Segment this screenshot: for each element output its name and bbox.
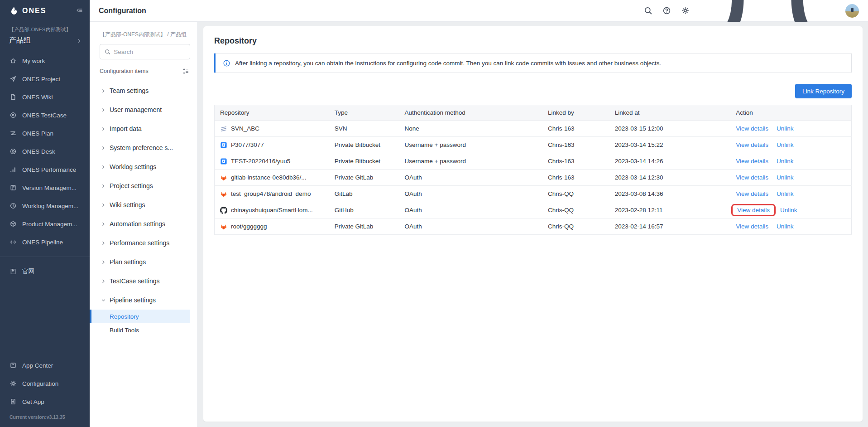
sidebar-item-worklog-managem[interactable]: Worklog Managem... <box>0 197 90 215</box>
search-input[interactable] <box>114 49 185 55</box>
primary-sidebar: ONES 【产品部-ONES内部测试】 产品组 My workONES Proj… <box>0 0 90 427</box>
home-icon <box>10 57 17 64</box>
logo-row: ONES <box>0 0 90 22</box>
tree-child-build-tools[interactable]: Build Tools <box>90 323 190 337</box>
sidebar-item-ones-testcase[interactable]: ONES TestCase <box>0 106 90 124</box>
unlink-link[interactable]: Unlink <box>777 174 794 181</box>
tree-item-team-settings[interactable]: Team settings <box>90 81 197 100</box>
chevron-right-icon <box>101 107 106 113</box>
linked-at-cell: 2023-02-28 12:11 <box>609 202 730 218</box>
unlink-link[interactable]: Unlink <box>777 223 794 230</box>
search-icon <box>105 49 110 55</box>
unlink-link[interactable]: Unlink <box>777 125 794 132</box>
book-icon <box>10 184 17 191</box>
help-icon[interactable] <box>662 6 671 15</box>
sidebar-item-version-managem[interactable]: Version Managem... <box>0 179 90 197</box>
divider <box>0 257 90 257</box>
column-header: Action <box>730 105 851 121</box>
nav-item-label: Get App <box>22 398 44 405</box>
auth-method-cell: OAuth <box>399 218 543 235</box>
repository-name: chinayushuiquan/SmartHom... <box>231 207 313 214</box>
tree-item-label: Import data <box>110 125 142 132</box>
doc-icon <box>10 93 17 101</box>
link-repository-button[interactable]: Link Repository <box>795 84 852 98</box>
tree-child-repository[interactable]: Repository <box>90 310 190 323</box>
sidebar-collapse-icon[interactable] <box>75 7 83 15</box>
column-header: Type <box>329 105 399 121</box>
view-details-link[interactable]: View details <box>736 158 768 165</box>
repository-table: RepositoryTypeAuthentication methodLinke… <box>214 105 852 235</box>
view-details-link[interactable]: View details <box>736 125 768 132</box>
unlink-link[interactable]: Unlink <box>777 141 794 148</box>
sidebar-item-my-work[interactable]: My work <box>0 52 90 70</box>
sidebar-footer-item-get-app[interactable]: Get App <box>0 393 90 411</box>
type-cell: GitHub <box>329 202 399 218</box>
app-box-icon <box>10 362 17 369</box>
type-cell: Private GitLab <box>329 218 399 235</box>
sidebar-item-ones-pipeline[interactable]: ONES Pipeline <box>0 233 90 251</box>
tree-item-label: Wiki settings <box>110 201 145 209</box>
search-icon[interactable] <box>644 6 652 15</box>
sidebar-item-ones-desk[interactable]: ONES Desk <box>0 142 90 160</box>
sidebar-item-[interactable]: 官网 <box>0 262 90 281</box>
tree-item-worklog-settings[interactable]: Worklog settings <box>90 157 197 176</box>
view-details-link[interactable]: View details <box>736 174 768 181</box>
team-label: 【产品部-ONES内部测试】 <box>9 26 82 33</box>
repository-card: Repository After linking a repository, y… <box>203 26 863 422</box>
tree-child-label: Repository <box>110 313 139 320</box>
chevron-right-icon <box>101 240 106 246</box>
red-annotation-box: View details <box>731 204 776 216</box>
linked-by-cell: Chris-QQ <box>542 218 609 235</box>
sidebar-item-product-managem[interactable]: Product Managem... <box>0 215 90 233</box>
view-details-link[interactable]: View details <box>736 141 768 148</box>
sidebar-footer-item-app-center[interactable]: App Center <box>0 356 90 374</box>
sidebar-item-ones-plan[interactable]: ONES Plan <box>0 124 90 142</box>
tree-item-label: Project settings <box>110 182 153 189</box>
view-details-link[interactable]: View details <box>736 190 768 197</box>
nav-item-label: ONES Pipeline <box>22 239 63 246</box>
sidebar-item-ones-performance[interactable]: ONES Performance <box>0 160 90 179</box>
sidebar-item-ones-project[interactable]: ONES Project <box>0 70 90 88</box>
download-icon <box>10 398 17 405</box>
auth-method-cell: Username + password <box>399 137 543 153</box>
tree-item-project-settings[interactable]: Project settings <box>90 176 197 195</box>
linked-at-cell: 2023-03-14 12:30 <box>609 170 730 186</box>
chevron-right-icon <box>101 202 106 208</box>
team-switcher[interactable]: 【产品部-ONES内部测试】 产品组 <box>0 22 90 52</box>
tree-item-plan-settings[interactable]: Plan settings <box>90 252 197 272</box>
configuration-panel: 【产品部-ONES内部测试】 / 产品组 Configuration items… <box>90 22 198 427</box>
action-cell: View detailsUnlink <box>730 137 851 153</box>
page-header-title: Configuration <box>99 7 146 15</box>
unlink-link[interactable]: Unlink <box>777 158 794 165</box>
type-cell: GitLab <box>329 186 399 202</box>
linked-by-cell: Chris-QQ <box>542 186 609 202</box>
ones-logo-icon <box>9 6 19 16</box>
tree-item-performance-settings[interactable]: Performance settings <box>90 233 197 252</box>
collapse-all-icon[interactable] <box>182 68 189 75</box>
tree-item-pipeline-settings[interactable]: Pipeline settings <box>90 291 197 310</box>
tree-item-user-management[interactable]: User management <box>90 100 197 119</box>
tree-item-wiki-settings[interactable]: Wiki settings <box>90 195 197 214</box>
repository-name: TEST-20220416/yuu5 <box>231 158 290 165</box>
ones-app: ONES 【产品部-ONES内部测试】 产品组 My workONES Proj… <box>0 0 868 427</box>
avatar[interactable] <box>845 4 859 18</box>
repository-name: P3077/3077 <box>231 141 264 148</box>
view-details-link[interactable]: View details <box>736 223 768 230</box>
unlink-link[interactable]: Unlink <box>777 190 794 197</box>
tree-item-automation-settings[interactable]: Automation settings <box>90 214 197 233</box>
search-box[interactable] <box>100 44 190 59</box>
nav-item-label: ONES Desk <box>22 148 55 155</box>
chevron-right-icon <box>101 221 106 227</box>
sidebar-footer-item-configuration[interactable]: Configuration <box>0 374 90 393</box>
topbar: Configuration 3 <box>90 0 868 22</box>
table-row: TEST-20220416/yuu5Private BitbucketUsern… <box>215 153 852 170</box>
tree-item-label: User management <box>110 106 162 113</box>
tree-item-import-data[interactable]: Import data <box>90 119 197 138</box>
unlink-link[interactable]: Unlink <box>780 207 797 214</box>
nav-item-label: App Center <box>22 362 53 369</box>
gear-icon[interactable] <box>681 6 690 15</box>
tree-item-testcase-settings[interactable]: TestCase settings <box>90 272 197 291</box>
sidebar-item-ones-wiki[interactable]: ONES Wiki <box>0 88 90 106</box>
view-details-link[interactable]: View details <box>737 207 770 214</box>
tree-item-system-preference-s[interactable]: System preference s... <box>90 138 197 157</box>
